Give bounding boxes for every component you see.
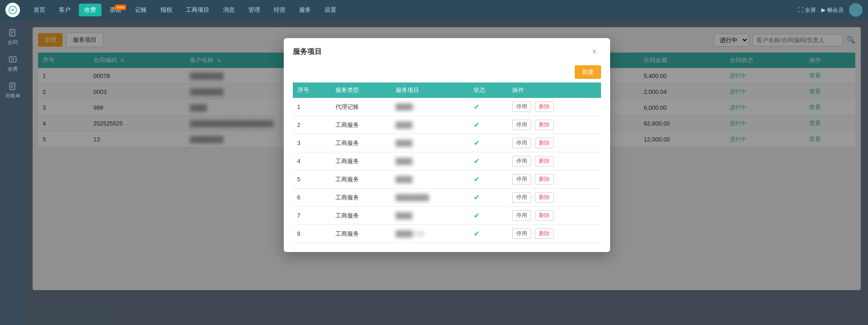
modal-table-row: 1 代理记账 ████1 ✔ 停用 删除: [293, 98, 601, 116]
delete-button[interactable]: 删除: [535, 102, 554, 112]
nav-item-home[interactable]: 首页: [28, 4, 51, 16]
modal-cell-no: 3: [293, 134, 331, 152]
modal-cell-status: ✔: [469, 116, 508, 134]
nav-item-client[interactable]: 客户: [53, 4, 76, 16]
stop-button[interactable]: 停用: [512, 210, 531, 221]
nav-item-operate[interactable]: 经营: [268, 4, 291, 16]
delete-button[interactable]: 删除: [535, 228, 554, 239]
svg-rect-5: [10, 57, 16, 62]
modal-overlay: 服务项目 × 新建 序号 服务类型 服务项目 状态 操作: [25, 20, 868, 325]
modal-cell-no: 1: [293, 98, 331, 116]
delete-button[interactable]: 删除: [535, 192, 554, 203]
modal-cell-type: 工商服务: [331, 116, 391, 134]
delete-button[interactable]: 删除: [535, 156, 554, 166]
modal-table-row: 3 工商服务 ████ ✔ 停用 删除: [293, 134, 601, 152]
nav-right: ⛶ 全屏 ▶ 畅会员: [798, 3, 863, 17]
nav-item-message[interactable]: 消息: [218, 4, 240, 16]
modal-table-row: 5 工商服务 ████ ✔ 停用 删除: [293, 170, 601, 189]
delete-button[interactable]: 删除: [535, 138, 554, 148]
modal-cell-no: 5: [293, 170, 331, 189]
modal-table-row: 6 工商服务 ████████ ✔ 停用 删除: [293, 189, 601, 207]
sidebar: 合同 收费 对账单: [0, 20, 25, 325]
delete-button[interactable]: 删除: [535, 210, 554, 221]
modal-cell-type: 工商服务: [331, 189, 391, 207]
stop-button[interactable]: 停用: [512, 174, 531, 184]
modal-col-status: 状态: [469, 82, 508, 98]
modal-cell-type: 工商服务: [331, 152, 391, 170]
modal-cell-no: 8: [293, 225, 331, 243]
modal-cell-item: ████1: [391, 98, 470, 116]
stop-button[interactable]: 停用: [512, 192, 531, 203]
modal-cell-no: 7: [293, 207, 331, 225]
nav-item-invoice[interactable]: 票据 new: [104, 4, 127, 16]
fullscreen-btn[interactable]: ⛶ 全屏: [798, 6, 816, 14]
sidebar-item-contract[interactable]: 合同: [1, 24, 24, 49]
nav-items: 首页 客户 收费 票据 new 记账 报税 工商项目 消息 管理 经营 服务 设…: [28, 4, 798, 16]
nav-item-fee[interactable]: 收费: [79, 4, 102, 16]
nav-item-accounting[interactable]: 记账: [130, 4, 152, 16]
stop-button[interactable]: 停用: [512, 138, 531, 148]
member-btn[interactable]: ▶ 畅会员: [821, 6, 844, 14]
modal-cell-type: 工商服务: [331, 207, 391, 225]
modal-cell-status: ✔: [469, 152, 508, 170]
modal-cell-item: ████████: [391, 189, 470, 207]
service-items-table: 序号 服务类型 服务项目 状态 操作 1 代理记账 ████1 ✔ 停用 删除 …: [293, 82, 601, 243]
modal-cell-status: ✔: [469, 134, 508, 152]
fullscreen-icon: ⛶: [798, 7, 803, 13]
modal-cell-op: 停用 删除: [508, 134, 601, 152]
service-items-modal: 服务项目 × 新建 序号 服务类型 服务项目 状态 操作: [284, 38, 610, 252]
modal-cell-status: ✔: [469, 207, 508, 225]
modal-cell-op: 停用 删除: [508, 98, 601, 116]
avatar[interactable]: [849, 3, 863, 17]
modal-cell-op: 停用 删除: [508, 225, 601, 243]
modal-col-type: 服务类型: [331, 82, 391, 98]
fee-icon: [8, 55, 17, 64]
statement-icon: [8, 82, 17, 91]
modal-cell-item: ████: [391, 116, 470, 134]
modal-cell-op: 停用 删除: [508, 170, 601, 189]
modal-close-button[interactable]: ×: [588, 45, 601, 58]
delete-button[interactable]: 删除: [535, 120, 554, 130]
nav-item-manage[interactable]: 管理: [243, 4, 266, 16]
modal-cell-no: 4: [293, 152, 331, 170]
nav-item-service[interactable]: 服务: [294, 4, 316, 16]
member-icon: ▶: [821, 7, 825, 13]
modal-toolbar: 新建: [284, 62, 610, 82]
top-nav: 首页 客户 收费 票据 new 记账 报税 工商项目 消息 管理 经营 服务 设…: [0, 0, 868, 20]
stop-button[interactable]: 停用: [512, 156, 531, 166]
modal-title: 服务项目: [293, 47, 322, 57]
stop-button[interactable]: 停用: [512, 228, 531, 239]
new-badge: new: [115, 5, 126, 10]
modal-col-item: 服务项目: [391, 82, 470, 98]
nav-item-settings[interactable]: 设置: [319, 4, 342, 16]
modal-cell-status: ✔: [469, 98, 508, 116]
sidebar-item-statement[interactable]: 对账单: [1, 78, 24, 103]
modal-cell-item: ████: [391, 207, 470, 225]
modal-col-no: 序号: [293, 82, 331, 98]
modal-body: 序号 服务类型 服务项目 状态 操作 1 代理记账 ████1 ✔ 停用 删除 …: [284, 82, 610, 252]
nav-item-business[interactable]: 工商项目: [180, 4, 215, 16]
modal-cell-op: 停用 删除: [508, 116, 601, 134]
modal-cell-item: ████: [391, 152, 470, 170]
sidebar-item-fee[interactable]: 收费: [1, 51, 24, 76]
modal-cell-type: 工商服务: [331, 225, 391, 243]
modal-cell-status: ✔: [469, 189, 508, 207]
modal-cell-type: 工商服务: [331, 134, 391, 152]
svg-point-6: [12, 58, 14, 61]
modal-cell-no: 6: [293, 189, 331, 207]
modal-table-row: 8 工商服务 ████注册 ✔ 停用 删除: [293, 225, 601, 243]
modal-cell-op: 停用 删除: [508, 189, 601, 207]
modal-table-wrap[interactable]: 序号 服务类型 服务项目 状态 操作 1 代理记账 ████1 ✔ 停用 删除 …: [293, 82, 601, 243]
modal-col-op: 操作: [508, 82, 601, 98]
stop-button[interactable]: 停用: [512, 102, 531, 112]
stop-button[interactable]: 停用: [512, 120, 531, 130]
delete-button[interactable]: 删除: [535, 174, 554, 184]
modal-new-button[interactable]: 新建: [575, 65, 601, 79]
contract-icon: [8, 28, 17, 37]
modal-cell-type: 代理记账: [331, 98, 391, 116]
modal-table-row: 4 工商服务 ████ ✔ 停用 删除: [293, 152, 601, 170]
modal-cell-item: ████: [391, 134, 470, 152]
modal-header: 服务项目 ×: [284, 38, 610, 62]
modal-cell-no: 2: [293, 116, 331, 134]
nav-item-tax[interactable]: 报税: [155, 4, 178, 16]
